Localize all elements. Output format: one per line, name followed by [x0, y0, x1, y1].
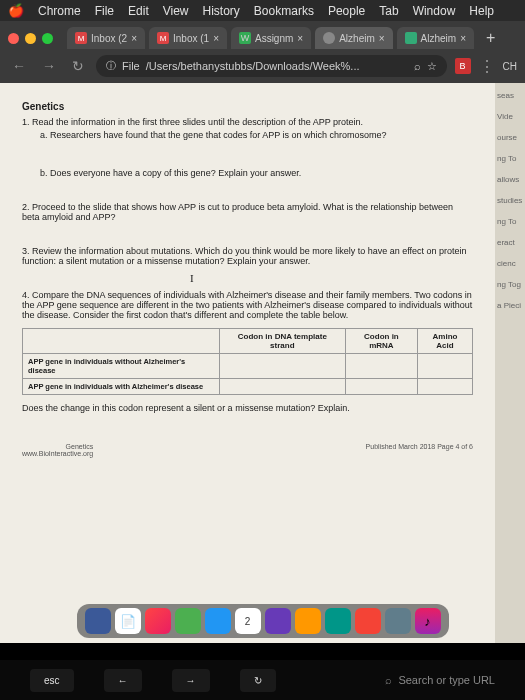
info-icon[interactable]: ⓘ [106, 59, 116, 73]
tab-close-icon[interactable]: × [213, 33, 219, 44]
dock-app-icon[interactable] [385, 608, 411, 634]
table-header-row: Codon in DNA template strand Codon in mR… [23, 329, 473, 354]
document-icon [323, 32, 335, 44]
dock-app-icon[interactable] [85, 608, 111, 634]
touchbar-back[interactable]: ← [104, 669, 142, 692]
tab-label: Assignm [255, 33, 293, 44]
dock-app-icon[interactable]: 📄 [115, 608, 141, 634]
reload-button[interactable]: ↻ [68, 58, 88, 74]
tab-inbox-2[interactable]: M Inbox (1 × [149, 27, 227, 49]
mail-icon: M [157, 32, 169, 44]
row-with-label: APP gene in individuals with Alzheimer's… [23, 379, 220, 395]
tab-label: Inbox (2 [91, 33, 127, 44]
menu-people[interactable]: People [328, 4, 365, 18]
menu-icon[interactable]: ⋮ [479, 57, 495, 76]
text-cursor-icon: I [190, 272, 194, 284]
menu-view[interactable]: View [163, 4, 189, 18]
menu-bookmarks[interactable]: Bookmarks [254, 4, 314, 18]
menu-file[interactable]: File [95, 4, 114, 18]
new-tab-button[interactable]: + [478, 29, 503, 47]
address-bar: ← → ↻ ⓘ File /Users/bethanystubbs/Downlo… [0, 49, 525, 83]
dock-music-icon[interactable]: ♪ [415, 608, 441, 634]
footer-url: www.BioInteractive.org [22, 450, 93, 457]
cell [417, 354, 472, 379]
close-window-button[interactable] [8, 33, 19, 44]
question-4: 4. Compare the DNA sequences of individu… [22, 290, 473, 413]
question-1b: b. Does everyone have a copy of this gen… [22, 168, 473, 178]
search-placeholder: Search or type URL [398, 674, 495, 686]
peek-text: Vide [497, 112, 523, 121]
touchbar-search[interactable]: ⌕ Search or type URL [385, 674, 495, 686]
minimize-window-button[interactable] [25, 33, 36, 44]
dock-app-icon[interactable] [145, 608, 171, 634]
q2-number: 2. [22, 202, 30, 212]
menu-chrome[interactable]: Chrome [38, 4, 81, 18]
search-icon[interactable]: ⌕ [414, 60, 421, 72]
menu-tab[interactable]: Tab [379, 4, 398, 18]
touchbar: esc ← → ↻ ⌕ Search or type URL [0, 660, 525, 700]
menu-history[interactable]: History [203, 4, 240, 18]
dock-app-icon[interactable] [175, 608, 201, 634]
pdf-document: Genetics 1. Read the information in the … [0, 83, 495, 643]
dock-app-icon[interactable] [265, 608, 291, 634]
q4-text: Compare the DNA sequences of individuals… [22, 290, 472, 320]
touchbar-reload[interactable]: ↻ [240, 669, 276, 692]
star-icon[interactable]: ☆ [427, 60, 437, 73]
cell [345, 354, 417, 379]
question-1a: a. Researchers have found that the gene … [22, 130, 473, 140]
peek-text: a Pieci [497, 301, 523, 310]
browser-tab-strip: M Inbox (2 × M Inbox (1 × W Assignm × Al… [0, 21, 525, 49]
dock-calendar-icon[interactable]: 2 [235, 608, 261, 634]
extension-badge[interactable]: B [455, 58, 471, 74]
tab-close-icon[interactable]: × [379, 33, 385, 44]
tab-alzheimer-1[interactable]: Alzheim × [315, 27, 392, 49]
tab-alzheimer-2[interactable]: Alzheim × [397, 27, 474, 49]
dock-app-icon[interactable] [205, 608, 231, 634]
footer-right: Published March 2018 Page 4 of 6 [366, 443, 473, 450]
tab-close-icon[interactable]: × [460, 33, 466, 44]
back-button[interactable]: ← [8, 58, 30, 74]
menu-edit[interactable]: Edit [128, 4, 149, 18]
q1a-text: Researchers have found that the gene tha… [50, 130, 387, 140]
dock-app-icon[interactable] [355, 608, 381, 634]
cell [345, 379, 417, 395]
peek-text: studies [497, 196, 523, 205]
dock-app-icon[interactable] [325, 608, 351, 634]
touchbar-esc[interactable]: esc [30, 669, 74, 692]
mail-icon: M [75, 32, 87, 44]
peek-text: allows [497, 175, 523, 184]
table-row: APP gene in individuals without Alzheime… [23, 354, 473, 379]
url-input[interactable]: ⓘ File /Users/bethanystubbs/Downloads/We… [96, 55, 447, 77]
peek-text: seas [497, 91, 523, 100]
assignment-icon: W [239, 32, 251, 44]
dock-app-icon[interactable] [295, 608, 321, 634]
menu-help[interactable]: Help [469, 4, 494, 18]
row-without-label: APP gene in individuals without Alzheime… [23, 354, 220, 379]
q1a-label: a. [40, 130, 48, 140]
maximize-window-button[interactable] [42, 33, 53, 44]
codon-table: Codon in DNA template strand Codon in mR… [22, 328, 473, 395]
q1b-label: b. [40, 168, 48, 178]
q3-text: Review the information about mutations. … [22, 246, 467, 266]
document-heading: Genetics [22, 101, 473, 112]
tab-close-icon[interactable]: × [131, 33, 137, 44]
search-icon: ⌕ [385, 674, 392, 686]
tab-label: Alzheim [339, 33, 375, 44]
menu-window[interactable]: Window [413, 4, 456, 18]
apple-icon[interactable]: 🍎 [8, 3, 24, 18]
adjacent-window-peek: seas Vide ourse ng To allows studies ng … [495, 83, 525, 643]
peek-text: ourse [497, 133, 523, 142]
touchbar-forward[interactable]: → [172, 669, 210, 692]
peek-text: cienc [497, 259, 523, 268]
site-icon [405, 32, 417, 44]
table-header-mrna: Codon in mRNA [345, 329, 417, 354]
tab-inbox-1[interactable]: M Inbox (2 × [67, 27, 145, 49]
tab-close-icon[interactable]: × [297, 33, 303, 44]
forward-button[interactable]: → [38, 58, 60, 74]
table-row: APP gene in individuals with Alzheimer's… [23, 379, 473, 395]
question-2: 2. Proceed to the slide that shows how A… [22, 202, 473, 222]
q2-text: Proceed to the slide that shows how APP … [22, 202, 453, 222]
tab-assignment[interactable]: W Assignm × [231, 27, 311, 49]
bookmark-folder[interactable]: CH [503, 61, 517, 72]
document-footer: Genetics www.BioInteractive.org Publishe… [22, 443, 473, 450]
